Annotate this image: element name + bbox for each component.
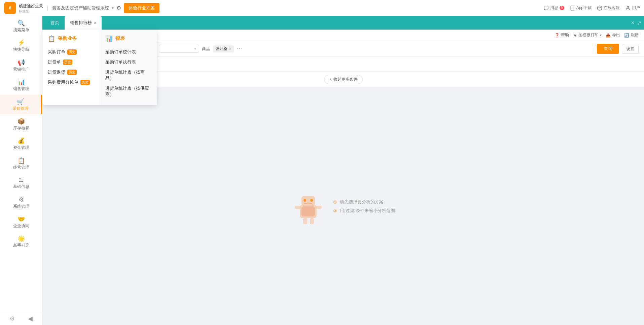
content-body: ① 请先选择要分析的方案 ② 用[过滤]条件来缩小分析范围 [42, 88, 644, 325]
sidebar-item-marketing[interactable]: 📢 营销推广 [0, 55, 42, 75]
goods-dots[interactable]: ··· [237, 46, 243, 52]
logo-area: 6 畅捷通好生意 标准版 [4, 2, 43, 14]
phone-icon [570, 5, 575, 11]
tab-bar-actions: × ⤢ [631, 20, 641, 26]
empty-container: ① 请先选择要分析的方案 ② 用[过滤]条件来缩小分析范围 [291, 190, 395, 223]
dropdown-arrow-icon[interactable]: ▾ [112, 6, 114, 10]
app-download-btn[interactable]: App下载 [570, 5, 592, 11]
sidebar-menu: 🔍 搜索菜单 ⚡ 快捷导航 📢 营销推广 📊 销售管理 🛒 采购管理 [0, 16, 42, 312]
export-icon: 📤 [606, 33, 611, 38]
collapse-up-icon: ∧ [329, 77, 332, 82]
menu-item-report-order-stat[interactable]: 采购订单统计表 [105, 47, 152, 57]
refresh-icon: 🔄 [624, 33, 629, 38]
menu-item-report-receipt-supplier[interactable]: 进货单统计表（按供应商） [105, 83, 152, 99]
export-link[interactable]: 📤 导出 [606, 32, 620, 38]
svg-point-10 [310, 199, 313, 202]
marketing-icon: 📢 [17, 59, 25, 66]
svg-rect-11 [304, 203, 312, 204]
sidebar-item-basic[interactable]: 🗂 基础信息 [0, 173, 42, 192]
doc-status-dropdown-icon: ▾ [194, 46, 196, 51]
sidebar-item-inventory[interactable]: 📦 库存核算 [0, 114, 42, 134]
settings-icon[interactable]: ⚙ [116, 5, 121, 11]
query-btn[interactable]: 查询 [597, 44, 619, 54]
goods-label: 商品 [202, 46, 210, 52]
sidebar: 🔍 搜索菜单 ⚡ 快捷导航 📢 营销推广 📊 销售管理 🛒 采购管理 [0, 16, 42, 325]
sidebar-item-purchase[interactable]: 🛒 采购管理 [0, 95, 42, 114]
industry-btn[interactable]: 体验行业方案 [124, 3, 159, 13]
menu-col1-title: 📋 采购业务 [48, 35, 94, 42]
operation-icon: 📋 [17, 157, 25, 164]
messages-btn[interactable]: 消息 9 [543, 5, 564, 11]
sidebar-item-search[interactable]: 🔍 搜索菜单 [0, 16, 42, 36]
svg-rect-2 [571, 6, 574, 10]
empty-icon [291, 190, 325, 223]
logo-text: 畅捷通好生意 [19, 3, 43, 9]
menu-item-purchase-return[interactable]: 进货退货 历史 [48, 67, 94, 77]
svg-rect-12 [303, 218, 307, 224]
help-link[interactable]: ❓ 帮助 [554, 32, 569, 38]
menu-item-report-order-exec[interactable]: 采购订单执行表 [105, 57, 152, 67]
svg-rect-14 [295, 206, 301, 209]
sidebar-item-enterprise[interactable]: 🤝 企业协同 [0, 212, 42, 232]
empty-line1: ① 请先选择要分析的方案 [333, 199, 384, 205]
svg-point-4 [597, 6, 602, 10]
refresh-label: 刷新 [631, 32, 639, 38]
goods-tags: 设计桑 × [213, 45, 234, 52]
settings-btn[interactable]: 设置 [622, 44, 639, 54]
finance-icon: 💰 [17, 137, 25, 145]
sidebar-purchase-label: 采购管理 [12, 106, 29, 111]
system-title: 装备及固定资产辅助管理系统 [52, 5, 109, 11]
sidebar-item-finance[interactable]: 💰 资金管理 [0, 134, 42, 153]
sidebar-settings-btn[interactable]: ⚙ [9, 315, 15, 322]
refresh-link[interactable]: 🔄 刷新 [624, 32, 639, 38]
sidebar-marketing-label: 营销推广 [13, 67, 29, 72]
goods-tag-close[interactable]: × [229, 46, 231, 51]
tab-bar: 首页 销售排行榜 × × ⤢ [42, 16, 644, 30]
empty-state: ① 请先选择要分析的方案 ② 用[过滤]条件来缩小分析范围 [333, 199, 395, 214]
tab-close-btn[interactable]: × [94, 21, 96, 25]
tab-sales-rank-label: 销售排行榜 [70, 20, 92, 26]
print-label: 按模板打印 [578, 32, 599, 38]
sidebar-item-operation[interactable]: 📋 经营管理 [0, 154, 42, 173]
tab-window-expand-btn[interactable]: ⤢ [637, 20, 641, 26]
sidebar-item-nav[interactable]: ⚡ 快捷导航 [0, 36, 42, 55]
help-label: 帮助 [561, 32, 569, 38]
menu-item-report-receipt-goods[interactable]: 进货单统计表（按商品） [105, 67, 152, 83]
menu-item-purchase-expense[interactable]: 采购费用分摊单 历史 [48, 77, 94, 87]
history-badge-0: 历史 [67, 49, 77, 55]
system-icon: ⚙ [19, 196, 24, 203]
sidebar-collapse-btn[interactable]: ◀ [28, 315, 33, 322]
svg-rect-7 [301, 206, 315, 216]
message-badge: 9 [560, 6, 564, 10]
user-btn[interactable]: 用户 [625, 5, 640, 11]
doc-status-select[interactable]: ▾ [159, 45, 199, 53]
svg-rect-13 [310, 218, 314, 224]
app-container: 6 畅捷通好生意 标准版 | 装备及固定资产辅助管理系统 ▾ ⚙ 体验行业方案 … [0, 0, 644, 325]
sidebar-nav-label: 快捷导航 [13, 47, 29, 52]
message-icon [543, 5, 549, 11]
sidebar-item-system[interactable]: ⚙ 系统管理 [0, 193, 42, 212]
collapse-btn[interactable]: ∧ 收起更多条件 [324, 75, 363, 84]
dropdown-menu: 📋 采购业务 采购订单 历史 进货单 历史 进货退货 历史 采购费用分摊单 历史 [42, 30, 157, 105]
nav-icon: ⚡ [17, 39, 25, 46]
sidebar-operation-label: 经营管理 [13, 165, 29, 170]
history-badge-1: 历史 [63, 59, 72, 65]
menu-item-purchase-receipt[interactable]: 进货单 历史 [48, 57, 94, 67]
tab-home-label: 首页 [50, 20, 59, 26]
enterprise-icon: 🤝 [17, 215, 25, 223]
sidebar-item-sales[interactable]: 📊 销售管理 [0, 75, 42, 94]
svg-text:6: 6 [9, 6, 11, 10]
tab-window-close-btn[interactable]: × [631, 20, 634, 26]
svg-point-5 [627, 6, 629, 8]
tab-home[interactable]: 首页 [45, 16, 65, 30]
menu-col-purchase: 📋 采购业务 采购订单 历史 进货单 历史 进货退货 历史 采购费用分摊单 历史 [42, 30, 100, 105]
tab-sales-rank[interactable]: 销售排行榜 × [65, 16, 102, 30]
sidebar-item-guide[interactable]: 🌟 新手引导 [0, 232, 42, 251]
print-link[interactable]: 🖨 按模板打印 ▾ [573, 32, 602, 38]
online-service-btn[interactable]: 在线客服 [597, 5, 620, 11]
menu-item-purchase-order[interactable]: 采购订单 历史 [48, 47, 94, 57]
basic-icon: 🗂 [18, 176, 24, 184]
sidebar-system-label: 系统管理 [13, 204, 29, 209]
purchase-icon: 🛒 [17, 98, 24, 106]
svg-point-9 [303, 199, 306, 202]
